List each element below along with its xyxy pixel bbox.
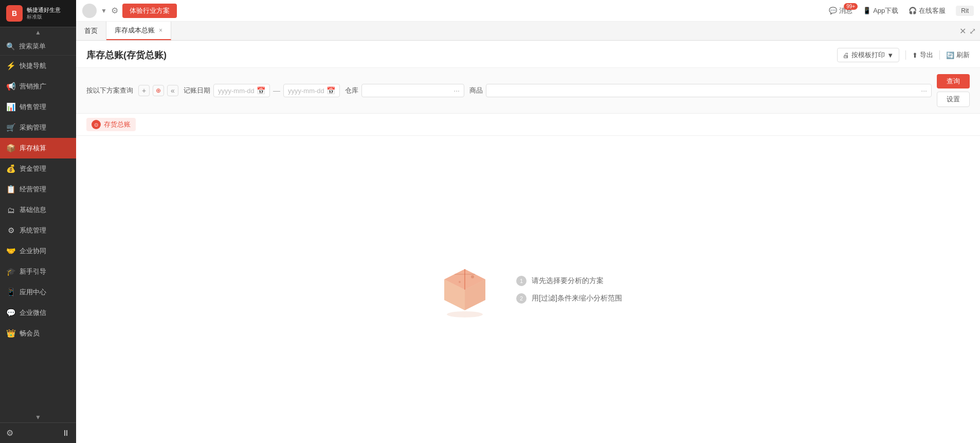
warehouse-label: 仓库 (345, 86, 358, 95)
sidebar-item-label: 销售管理 (20, 102, 46, 112)
finance-icon: 💰 (6, 164, 15, 173)
sidebar-item-sales[interactable]: 📊 销售管理 (0, 97, 76, 117)
sidebar-nav: ⚡ 快捷导航 📢 营销推广 📊 销售管理 🛒 采购管理 📦 库存核算 💰 资金管… (0, 56, 76, 412)
user-dropdown-arrow[interactable]: ▼ (101, 7, 107, 14)
sidebar-item-quick-nav[interactable]: ⚡ 快捷导航 (0, 56, 76, 76)
wechat-icon: 💬 (6, 308, 15, 317)
cooperation-icon: 🤝 (6, 246, 15, 256)
topbar-left: ▼ ⚙ 体验行业方案 (82, 4, 177, 18)
sidebar-item-marketing[interactable]: 📢 营销推广 (0, 76, 76, 97)
tab-inventory-ledger[interactable]: 库存成本总账 × (106, 22, 171, 40)
tab-home[interactable]: 首页 (76, 22, 106, 40)
sidebar-item-appstore[interactable]: 📱 应用中心 (0, 282, 76, 303)
settings-bottom-icon[interactable]: ⚙ (6, 428, 13, 438)
query-button[interactable]: 查询 (937, 74, 970, 88)
sidebar-item-label: 企业微信 (20, 308, 46, 317)
online-service-label: 在线客服 (919, 6, 946, 15)
printer-icon: 🖨 (843, 51, 849, 59)
filter-collapse-button[interactable]: « (167, 85, 178, 96)
filter-add-button[interactable]: + (138, 85, 150, 96)
filter-bar: 按以下方案查询 + ⊕ « 记账日期 yyyy-mm-dd 📅 — yyyy-m… (76, 68, 980, 114)
sidebar: B 畅捷通好生意 标准版 ▲ 🔍 搜索菜单 ⚡ 快捷导航 📢 营销推广 📊 销售… (0, 0, 76, 443)
page-header: 库存总账(存货总账) 🖨 按模板打印 ▼ ⬆ 导出 🔄 刷新 (76, 41, 980, 68)
export-button[interactable]: ⬆ 导出 (912, 50, 933, 60)
sidebar-item-purchase[interactable]: 🛒 采购管理 (0, 117, 76, 138)
user-avatar (82, 4, 97, 18)
filter-actions: + ⊕ « (138, 85, 178, 96)
user-name-display[interactable]: Rit (956, 6, 974, 16)
online-service-item[interactable]: 🎧 在线客服 (909, 6, 946, 15)
page-content: 库存总账(存货总账) 🖨 按模板打印 ▼ ⬆ 导出 🔄 刷新 (76, 41, 980, 443)
sales-icon: 📊 (6, 102, 15, 112)
sidebar-item-label: 畅会员 (20, 329, 40, 338)
sidebar-item-label: 营销推广 (20, 82, 46, 91)
sidebar-item-label: 应用中心 (20, 288, 46, 297)
divider (905, 50, 906, 60)
warehouse-more-icon: ··· (453, 86, 460, 95)
tip-num-1: 1 (516, 276, 527, 286)
sidebar-bottom: ⚙ ⏸ (0, 422, 76, 443)
sidebar-item-finance[interactable]: 💰 资金管理 (0, 158, 76, 179)
sidebar-item-label: 新手引导 (20, 267, 46, 276)
sidebar-item-label: 资金管理 (20, 164, 46, 173)
sidebar-toggle-icon[interactable]: ⏸ (62, 429, 70, 438)
purchase-icon: 🛒 (6, 123, 15, 132)
date-end-input[interactable]: yyyy-mm-dd 📅 (283, 84, 340, 97)
tab-inventory-ledger-label: 库存成本总账 (115, 26, 155, 35)
app-name: 畅捷通好生意 (27, 6, 61, 13)
system-icon: ⚙ (6, 226, 15, 235)
sidebar-item-cooperation[interactable]: 🤝 企业协同 (0, 241, 76, 261)
goods-field-group: 商品 ··· (469, 84, 932, 97)
svg-point-6 (471, 275, 474, 278)
tab-home-label: 首页 (84, 26, 98, 36)
sidebar-item-label: 采购管理 (20, 123, 46, 132)
appstore-icon: 📱 (6, 288, 15, 297)
warehouse-input[interactable]: ··· (361, 84, 464, 97)
inventory-icon: 📦 (6, 144, 15, 153)
sidebar-item-system[interactable]: ⚙ 系统管理 (0, 220, 76, 241)
scheme-row: ⊙ 存货总账 (76, 114, 980, 136)
close-panel-icon[interactable]: ✕ (959, 26, 966, 36)
tab-close-icon[interactable]: × (159, 27, 162, 34)
messages-item[interactable]: 💬 消息 99+ (829, 6, 852, 15)
empty-tips: 1 请先选择要分析的方案 2 用[过滤]条件来缩小分析范围 (516, 276, 622, 304)
refresh-icon: 🔄 (946, 51, 954, 59)
refresh-button[interactable]: 🔄 刷新 (946, 50, 970, 60)
sidebar-scroll-up[interactable]: ▲ (0, 27, 76, 38)
topbar-right: 💬 消息 99+ 📱 App下载 🎧 在线客服 Rit (829, 6, 974, 16)
sidebar-item-guide[interactable]: 🎓 新手引导 (0, 261, 76, 282)
tip-num-2: 2 (516, 293, 527, 304)
settings-icon[interactable]: ⚙ (111, 6, 118, 15)
date-label: 记账日期 (184, 86, 210, 95)
scheme-item-inventory-ledger[interactable]: ⊙ 存货总账 (86, 118, 136, 131)
sidebar-search-label: 搜索菜单 (19, 42, 46, 51)
sidebar-item-member[interactable]: 👑 畅会员 (0, 323, 76, 344)
export-icon: ⬆ (912, 51, 918, 59)
expand-panel-icon[interactable]: ⤢ (969, 26, 976, 36)
date-start-input[interactable]: yyyy-mm-dd 📅 (213, 84, 270, 97)
filter-scheme-button[interactable]: ⊕ (153, 85, 164, 96)
sidebar-scroll-down[interactable]: ▼ (0, 412, 76, 422)
warehouse-field-group: 仓库 ··· (345, 84, 464, 97)
messages-badge: 99+ (844, 3, 858, 10)
date-start-placeholder: yyyy-mm-dd (218, 87, 255, 95)
search-icon: 🔍 (6, 42, 15, 50)
refresh-label: 刷新 (956, 50, 970, 60)
main-area: ▼ ⚙ 体验行业方案 💬 消息 99+ 📱 App下载 🎧 在线客服 Rit 首… (76, 0, 980, 443)
quick-nav-icon: ⚡ (6, 61, 15, 70)
app-download-item[interactable]: 📱 App下载 (863, 6, 898, 15)
print-button[interactable]: 🖨 按模板打印 ▼ (837, 48, 899, 62)
empty-box-svg (434, 259, 496, 321)
sidebar-search[interactable]: 🔍 搜索菜单 (0, 38, 76, 56)
sidebar-item-label: 经营管理 (20, 185, 46, 194)
filter-fields: 记账日期 yyyy-mm-dd 📅 — yyyy-mm-dd 📅 仓库 (184, 84, 932, 97)
sidebar-item-inventory[interactable]: 📦 库存核算 (0, 138, 76, 158)
goods-input[interactable]: ··· (486, 84, 932, 97)
sidebar-item-label: 基础信息 (20, 205, 46, 215)
sidebar-item-operations[interactable]: 📋 经营管理 (0, 179, 76, 200)
topbar: ▼ ⚙ 体验行业方案 💬 消息 99+ 📱 App下载 🎧 在线客服 Rit (76, 0, 980, 22)
sidebar-item-basic[interactable]: 🗂 基础信息 (0, 200, 76, 220)
sidebar-item-wechat[interactable]: 💬 企业微信 (0, 303, 76, 323)
filter-settings-button[interactable]: 设置 (937, 92, 970, 107)
trial-button[interactable]: 体验行业方案 (122, 4, 177, 18)
